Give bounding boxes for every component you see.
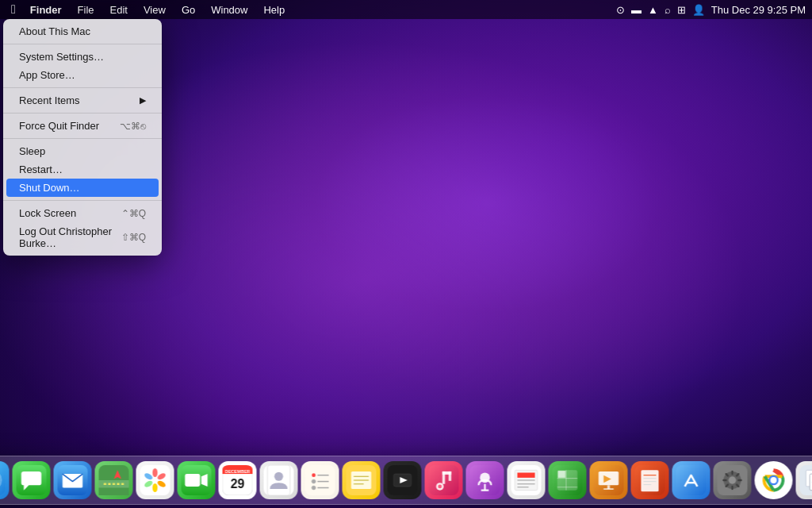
menu-separator-2 [3,87,162,88]
menu-separator-1 [3,44,162,44]
dock-item-news[interactable] [508,461,546,499]
dock-item-calendar[interactable]: 29 DECEMBER [219,461,257,499]
menubar-edit[interactable]: Edit [104,2,134,17]
dock-item-preview[interactable] [796,461,813,499]
user-icon[interactable]: 👤 [692,4,705,16]
svg-rect-98 [676,465,707,495]
menu-separator-4 [3,138,162,139]
svg-point-67 [438,485,442,489]
menu-item-sleep[interactable]: Sleep [6,142,159,160]
dock-item-contacts[interactable] [260,461,298,499]
menu-item-recent-items[interactable]: Recent Items ▶ [6,91,159,110]
svg-rect-30 [99,488,129,496]
dock-item-keynote[interactable] [590,461,628,499]
datetime-display[interactable]: Thu Dec 29 9:25 PM [711,4,806,16]
dock-item-maps[interactable] [95,461,133,499]
menubar-go[interactable]: Go [175,2,201,17]
svg-point-36 [152,483,157,492]
svg-rect-77 [517,473,534,478]
svg-point-53 [312,479,316,483]
menubar-right: ⊙ ▬ ▲ ⌕ ⊞ 👤 Thu Dec 29 9:25 PM [616,4,806,16]
menu-separator-5 [3,200,162,201]
svg-point-102 [729,476,737,484]
svg-point-51 [312,473,316,477]
dock-item-pages[interactable] [631,461,669,499]
svg-rect-70 [449,471,451,481]
dock-item-notes[interactable] [343,461,381,499]
dock-item-appstore[interactable] [672,461,710,499]
svg-line-106 [726,485,728,487]
dock-item-chrome[interactable] [755,461,793,499]
menu-item-lock-screen[interactable]: Lock Screen ⌃⌘Q [6,204,159,222]
menu-item-restart[interactable]: Restart… [6,160,159,179]
svg-point-55 [312,486,316,490]
search-icon[interactable]: ⌕ [665,4,671,16]
svg-line-104 [737,485,738,487]
menu-item-app-store[interactable]: App Store… [6,66,159,84]
menubar-view[interactable]: View [137,2,172,17]
menu-item-log-out[interactable]: Log Out Christopher Burke… ⇧⌘Q [6,222,159,252]
menubar-file[interactable]: File [71,2,101,17]
menu-separator-3 [3,113,162,114]
dock-item-photos[interactable] [136,461,174,499]
menubar-left:  Finder File Edit View Go Window Help [6,1,291,18]
dock-item-numbers[interactable] [549,461,587,499]
svg-point-117 [771,477,777,483]
dock: 29 DECEMBER [0,456,812,505]
svg-rect-50 [305,465,335,495]
svg-text:DECEMBER: DECEMBER [225,469,251,474]
svg-point-33 [152,468,157,477]
wifi-icon[interactable]: ⊙ [616,4,625,16]
apple-menu-button[interactable]:  [6,1,21,18]
menubar-help[interactable]: Help [257,2,291,17]
dock-item-systemprefs[interactable] [714,461,752,499]
menu-item-force-quit[interactable]: Force Quit Finder ⌥⌘⎋ [6,117,159,135]
menubar-window[interactable]: Window [205,2,254,17]
menu-item-shut-down[interactable]: Shut Down… [6,179,159,197]
apple-menu-dropdown: About This Mac System Settings… App Stor… [3,19,162,256]
svg-line-108 [726,474,728,475]
dock-item-reminders[interactable] [301,461,339,499]
dock-item-mail[interactable] [54,461,92,499]
wifi-signal-icon[interactable]: ▲ [648,4,658,16]
menu-item-about[interactable]: About This Mac [6,22,159,40]
dock-item-music[interactable] [425,461,463,499]
menu-item-system-settings[interactable]: System Settings… [6,48,159,66]
lock-screen-shortcut: ⌃⌘Q [121,208,146,219]
dock-item-facetime[interactable] [178,461,216,499]
dock-item-messages[interactable] [13,461,51,499]
svg-line-110 [737,474,738,475]
dock-item-safari[interactable] [0,461,10,499]
control-center-icon[interactable]: ⊞ [677,4,686,16]
svg-rect-93 [641,470,658,491]
log-out-shortcut: ⇧⌘Q [121,232,146,243]
dock-item-podcasts[interactable] [466,461,504,499]
svg-text:29: 29 [231,477,245,491]
svg-point-49 [274,472,283,481]
menubar-finder[interactable]: Finder [24,2,68,17]
svg-rect-40 [185,474,200,487]
menubar:  Finder File Edit View Go Window Help ⊙… [0,0,812,19]
battery-icon[interactable]: ▬ [631,4,642,16]
force-quit-shortcut: ⌥⌘⎋ [120,121,146,132]
dock-item-appletv[interactable] [384,461,422,499]
submenu-arrow-icon: ▶ [140,95,146,106]
desktop:  Finder File Edit View Go Window Help ⊙… [0,0,812,508]
svg-rect-86 [558,471,566,478]
